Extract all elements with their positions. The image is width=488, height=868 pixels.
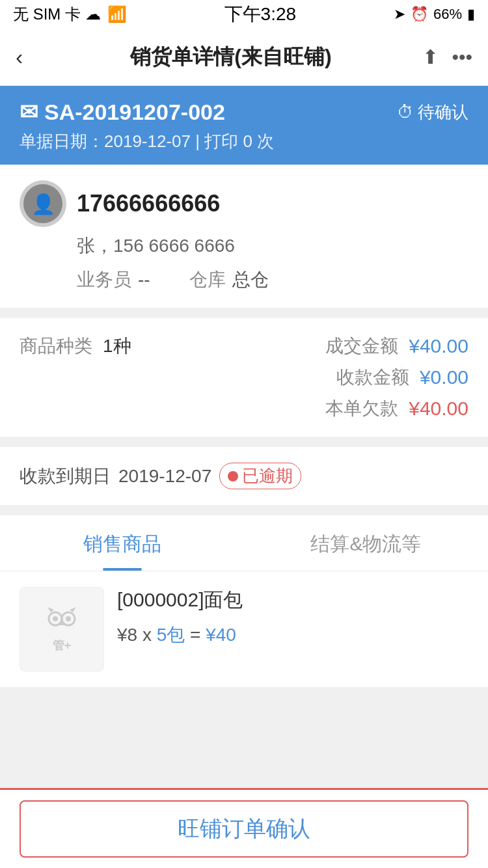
customer-phone: 17666666666 <box>77 190 220 217</box>
sim-status: 无 SIM 卡 ☁ <box>13 4 101 25</box>
due-date-value: 2019-12-07 <box>118 466 211 487</box>
collection-amount-label: 收款金额 <box>336 365 409 390</box>
overdue-dot-icon <box>228 471 238 481</box>
battery-icon: ▮ <box>467 6 475 23</box>
tab-sales-products-label: 销售商品 <box>83 533 161 554</box>
warehouse-value: 总仓 <box>232 267 269 292</box>
transaction-amount-value: ¥40.00 <box>409 335 468 357</box>
svg-marker-5 <box>47 607 54 612</box>
tab-settlement-logistics[interactable]: 结算&物流等 <box>244 515 488 571</box>
status-time: 下午3:28 <box>224 2 297 27</box>
clock-icon: ⏱ <box>397 102 414 122</box>
confirm-order-button[interactable]: 旺铺订单确认 <box>20 800 468 858</box>
back-button[interactable]: ‹ <box>16 44 55 70</box>
customer-section: 👤 17666666666 张，156 6666 6666 业务员 -- 仓库 … <box>0 165 488 308</box>
due-date-section: 收款到期日 2019-12-07 已逾期 <box>0 447 488 505</box>
battery-level: 66% <box>433 6 462 23</box>
price-equals: = <box>185 625 206 645</box>
summary-right: 成交金额 ¥40.00 收款金额 ¥0.00 本单欠款 ¥40.00 <box>325 334 468 421</box>
svg-point-2 <box>53 616 58 621</box>
nav-bar: ‹ 销货单详情(来自旺铺) ⬆ ••• <box>0 29 488 86</box>
order-id-icon: ✉ <box>20 99 38 125</box>
order-header: ✉ SA-20191207-002 ⏱ 待确认 单据日期：2019-12-07 … <box>0 86 488 165</box>
debt-amount-value: ¥40.00 <box>409 398 468 420</box>
customer-meta: 业务员 -- 仓库 总仓 <box>77 267 468 292</box>
product-type-value: 1种 <box>103 334 131 359</box>
price-quantity: 5包 <box>157 625 185 645</box>
warehouse-label: 仓库 <box>189 267 226 292</box>
tab-bar: 销售商品 结算&物流等 <box>0 515 488 571</box>
price-total: ¥40 <box>206 625 236 645</box>
transaction-amount-label: 成交金额 <box>325 334 398 359</box>
status-text: 待确认 <box>418 101 468 124</box>
avatar: 👤 <box>20 180 66 227</box>
order-id-text: SA-20191207-002 <box>44 100 225 125</box>
product-info: [0000002]面包 ¥8 x 5包 = ¥40 <box>117 587 468 647</box>
collection-amount-value: ¥0.00 <box>420 366 468 388</box>
order-id: ✉ SA-20191207-002 <box>20 99 225 125</box>
debt-amount-label: 本单欠款 <box>325 396 398 421</box>
product-type-label: 商品种类 <box>20 334 92 359</box>
avatar-inner: 👤 <box>23 184 62 223</box>
product-name: [0000002]面包 <box>117 587 468 614</box>
location-icon: ➤ <box>394 6 405 23</box>
salesperson-label: 业务员 <box>77 267 131 292</box>
share-icon[interactable]: ⬆ <box>422 46 439 68</box>
customer-name: 张，156 6666 6666 <box>77 234 468 258</box>
svg-point-3 <box>66 616 71 621</box>
product-owl-logo: 管+ <box>42 606 81 653</box>
bottom-bar: 旺铺订单确认 <box>0 788 488 868</box>
alarm-icon: ⏰ <box>411 6 428 23</box>
wifi-icon: 📶 <box>107 5 127 23</box>
order-summary-section: 商品种类 1种 成交金额 ¥40.00 收款金额 ¥0.00 本单欠款 ¥40.… <box>0 318 488 437</box>
status-left: 无 SIM 卡 ☁ 📶 <box>13 4 127 25</box>
salesperson-value: -- <box>138 269 150 290</box>
order-status: ⏱ 待确认 <box>397 101 468 124</box>
tab-settlement-label: 结算&物流等 <box>310 533 421 554</box>
due-date-label: 收款到期日 <box>20 464 111 489</box>
page-title: 销货单详情(来自旺铺) <box>55 43 407 72</box>
overdue-text: 已逾期 <box>242 465 293 487</box>
overdue-badge: 已逾期 <box>219 463 301 489</box>
tab-sales-products[interactable]: 销售商品 <box>0 515 244 571</box>
price-base: ¥8 x <box>117 625 157 645</box>
nav-right-actions: ⬆ ••• <box>407 46 472 68</box>
order-date: 单据日期：2019-12-07 | 打印 0 次 <box>20 130 468 153</box>
summary-left: 商品种类 1种 <box>20 334 131 359</box>
product-section: 管+ [0000002]面包 ¥8 x 5包 = ¥40 <box>0 571 488 687</box>
status-bar: 无 SIM 卡 ☁ 📶 下午3:28 ➤ ⏰ 66% ▮ <box>0 0 488 29</box>
product-price: ¥8 x 5包 = ¥40 <box>117 623 468 647</box>
svg-marker-6 <box>70 607 76 612</box>
status-right: ➤ ⏰ 66% ▮ <box>394 6 475 23</box>
more-icon[interactable]: ••• <box>452 46 472 68</box>
product-image: 管+ <box>20 587 104 671</box>
